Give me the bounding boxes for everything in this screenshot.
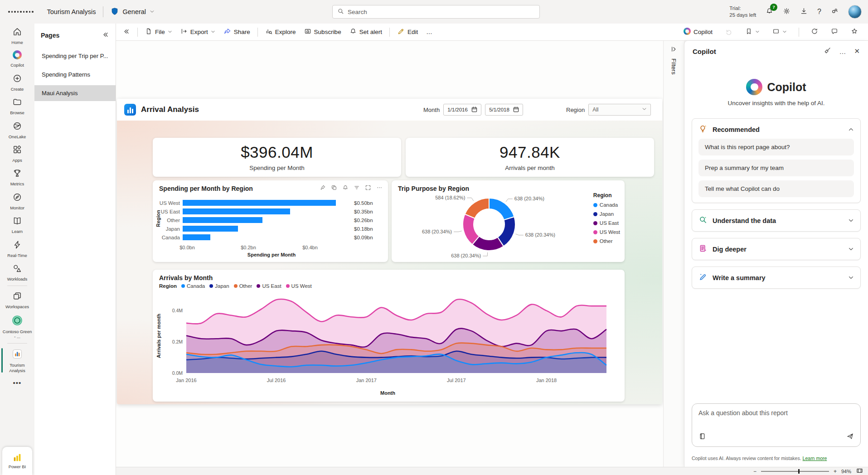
legend-item-japan[interactable]: Japan: [593, 209, 620, 218]
bar-row[interactable]: Canada $0.09bn: [159, 233, 382, 242]
feedback-icon[interactable]: [831, 7, 839, 17]
legend-item-other[interactable]: Other: [593, 237, 620, 246]
sidebar-item-apps[interactable]: Apps: [0, 141, 34, 165]
search-input[interactable]: Search: [332, 5, 540, 19]
download-icon[interactable]: [800, 7, 808, 17]
legend-item-canada[interactable]: Canada: [593, 200, 620, 209]
broom-icon[interactable]: [824, 47, 831, 56]
legend-item-us-west[interactable]: US West: [593, 228, 620, 237]
refresh-button[interactable]: [807, 25, 822, 39]
view-button[interactable]: [769, 25, 790, 39]
bar-row[interactable]: Japan $0.18bn: [159, 224, 382, 233]
zoom-slider-thumb[interactable]: [798, 469, 800, 474]
star-button[interactable]: [847, 25, 862, 39]
settings-icon[interactable]: [783, 7, 790, 17]
sidebar-item-onelake[interactable]: OneLake: [0, 118, 34, 141]
pin-icon[interactable]: [320, 184, 326, 191]
chevron-down-icon[interactable]: [848, 218, 854, 223]
expand-pane-icon[interactable]: [670, 45, 678, 55]
learn-more-link[interactable]: Learn more: [803, 456, 827, 461]
copilot-suggestion-chip[interactable]: Prep a summary for my team: [698, 160, 854, 176]
copilot-suggestion-chip[interactable]: What is this report page about?: [698, 139, 854, 155]
copy-icon[interactable]: [331, 184, 337, 191]
close-icon[interactable]: ✕: [854, 47, 860, 55]
kpi-arrivals-card[interactable]: 947.84K Arrivals per month: [406, 138, 654, 177]
sidebar-item-power-bi[interactable]: Power BI: [2, 447, 32, 475]
sidebar-item-workspaces[interactable]: Workspaces: [0, 288, 34, 311]
sidebar-item-browse[interactable]: Browse: [0, 94, 34, 117]
copilot-question-input[interactable]: Ask a question about this report: [692, 403, 861, 447]
waffle-icon[interactable]: [8, 11, 34, 13]
chevron-down-icon[interactable]: [848, 275, 854, 281]
share-button[interactable]: Share: [220, 25, 254, 39]
edit-button[interactable]: Edit: [393, 25, 422, 39]
file-button[interactable]: File: [141, 25, 176, 39]
reset-button[interactable]: [722, 26, 736, 38]
help-icon[interactable]: ?: [817, 8, 821, 16]
chevron-down-icon[interactable]: [848, 246, 854, 252]
sidebar-item-home[interactable]: Home: [0, 24, 34, 47]
page-item-1[interactable]: Spending Patterns: [34, 67, 116, 82]
kpi-spending-card[interactable]: $396.04M Spending per Month: [153, 138, 401, 177]
legend-item-us-east[interactable]: US East: [257, 283, 281, 289]
rail-more-button[interactable]: •••: [0, 375, 34, 390]
sidebar-item-tourism[interactable]: Tourism Analysis: [0, 345, 34, 375]
collapse-pane-button[interactable]: [119, 25, 134, 39]
explore-button[interactable]: Explore: [262, 25, 300, 39]
collapse-pages-icon[interactable]: [102, 31, 109, 40]
region-dropdown[interactable]: All: [588, 104, 651, 116]
copilot-suggestion-chip[interactable]: Tell me what Copilot can do: [698, 180, 854, 197]
bar-row[interactable]: US West $0.50bn: [159, 199, 382, 207]
legend-item-canada[interactable]: Canada: [181, 283, 205, 289]
sidebar-item-workloads[interactable]: Workloads: [0, 260, 34, 284]
more-icon[interactable]: [376, 184, 383, 191]
filter-icon[interactable]: [354, 184, 360, 191]
sidebar-item-create[interactable]: Create: [0, 70, 34, 94]
zoom-in-icon[interactable]: +: [834, 468, 837, 475]
donut-slice-canada[interactable]: [489, 198, 514, 220]
alert-icon[interactable]: [342, 184, 349, 191]
donut-chart-card[interactable]: Trip Purpose by Region 638 (20.34%) 638 …: [392, 180, 625, 262]
bookmark-button[interactable]: [742, 25, 763, 39]
more-icon[interactable]: …: [839, 48, 846, 55]
legend-item-us-west[interactable]: US West: [286, 283, 312, 289]
legend-item-japan[interactable]: Japan: [209, 283, 229, 289]
sidebar-item-monitor[interactable]: Monitor: [0, 189, 34, 213]
page-item-2[interactable]: Maui Analysis: [34, 85, 116, 101]
donut-slice-other[interactable]: [465, 198, 489, 218]
legend-item-other[interactable]: Other: [234, 283, 252, 289]
focus-icon[interactable]: [365, 184, 371, 191]
sidebar-item-contoso[interactable]: Contoso Green - ...: [0, 312, 34, 342]
bar-row[interactable]: Other $0.26bn: [159, 216, 382, 224]
sidebar-item-learn[interactable]: Learn: [0, 213, 34, 236]
bar-chart-card[interactable]: Spending per Month by Region Region US W…: [153, 180, 388, 262]
zoom-out-icon[interactable]: −: [753, 468, 756, 475]
send-icon[interactable]: [846, 432, 854, 441]
page-item-0[interactable]: Spending per Trip per P...: [34, 48, 116, 64]
comment-button[interactable]: [827, 25, 842, 39]
date-end-input[interactable]: 5/1/2018: [485, 104, 523, 116]
subscribe-button[interactable]: Subscribe: [301, 25, 345, 39]
notifications-icon[interactable]: 7: [766, 7, 773, 17]
area-chart-card[interactable]: Arrivals by Month Region CanadaJapanOthe…: [153, 270, 625, 402]
more-button[interactable]: …: [422, 26, 436, 38]
area-chart[interactable]: 0.0M0.2M0.4MJan 2016Jul 2016Jan 2017Jul …: [165, 293, 611, 400]
legend-item-us-east[interactable]: US East: [593, 218, 620, 228]
date-start-input[interactable]: 1/1/2016: [443, 104, 481, 116]
donut-chart[interactable]: 638 (20.34%) 638 (20.34%) 638 (20.34%) 6…: [396, 190, 573, 259]
avatar[interactable]: [848, 5, 862, 19]
fit-to-page-icon[interactable]: [856, 467, 863, 475]
set-alert-button[interactable]: Set alert: [346, 25, 386, 39]
filters-tab[interactable]: Filters: [670, 58, 677, 74]
chevron-up-icon[interactable]: [848, 126, 854, 132]
zoom-slider[interactable]: [761, 471, 829, 472]
bar-row[interactable]: US East $0.35bn: [159, 207, 382, 216]
sidebar-item-realtime[interactable]: Real-Time: [0, 237, 34, 260]
export-button[interactable]: Export: [177, 25, 219, 39]
sidebar-item-metrics[interactable]: Metrics: [0, 165, 34, 189]
sidebar-item-copilot[interactable]: Copilot: [0, 47, 34, 70]
app-title[interactable]: Tourism Analysis: [47, 8, 96, 15]
workspace-switcher[interactable]: General: [111, 7, 155, 17]
copilot-button[interactable]: Copilot: [680, 25, 716, 39]
notebook-icon[interactable]: [698, 432, 706, 441]
